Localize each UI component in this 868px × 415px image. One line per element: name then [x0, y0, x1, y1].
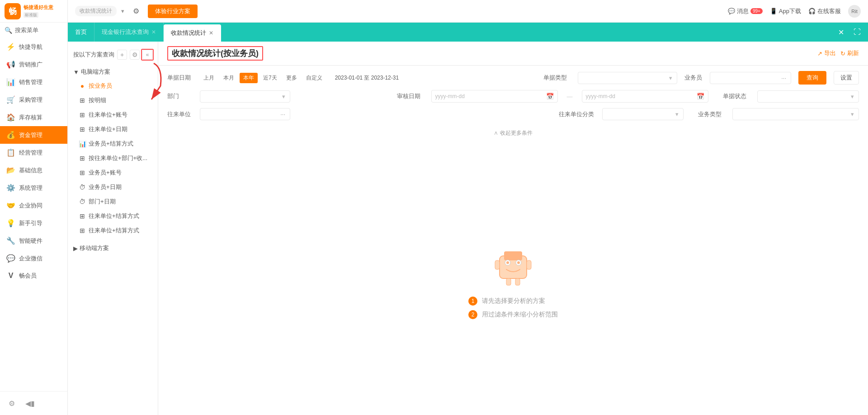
tab-close-all-btn[interactable]: ✕ — [835, 26, 847, 38]
basic-icon: 📂 — [6, 166, 15, 174]
app-download-btn[interactable]: 📱 App下载 — [770, 7, 801, 15]
trial-btn[interactable]: 体验行业方案 — [148, 5, 198, 18]
tab-bank-flow[interactable]: 现金银行流水查询 ✕ — [94, 23, 164, 42]
tab-collection-stats[interactable]: 收款情况统计 ✕ — [164, 24, 221, 42]
sidebar-item-operation[interactable]: 📋 经营管理 — [0, 144, 67, 161]
tab-bank-flow-close[interactable]: ✕ — [151, 29, 156, 35]
date-separator: — — [567, 93, 573, 100]
date-tab-custom[interactable]: 自定义 — [302, 73, 326, 83]
chevron-down-icon: ▼ — [73, 69, 79, 75]
scheme-item-by-salesperson[interactable]: ● 按业务员 — [68, 79, 158, 93]
scheme-item-partner-settlement-1[interactable]: ⊞ 往来单位+结算方式 — [68, 209, 158, 223]
export-btn[interactable]: ↗ 导出 — [817, 49, 836, 57]
panel-collapse-btn[interactable]: « — [142, 50, 152, 60]
sidebar-item-sales[interactable]: 📊 销售管理 — [0, 73, 67, 91]
sidebar-item-quick-nav[interactable]: ⚡ 快捷导航 — [0, 38, 67, 56]
member-icon: V — [6, 272, 15, 280]
user-avatar[interactable]: Rit — [848, 5, 861, 18]
sidebar-item-marketing[interactable]: 📢 营销推广 — [0, 56, 67, 73]
sidebar-item-basic[interactable]: 📂 基础信息 — [0, 161, 67, 179]
scheme-item-partner-settlement-2[interactable]: ⊞ 往来单位+结算方式 — [68, 223, 158, 238]
dept-select[interactable]: ▾ — [200, 90, 290, 103]
biz-type-select[interactable]: ▾ — [732, 108, 859, 120]
grid-icon-6: ⊞ — [79, 212, 86, 220]
review-date-start-input[interactable]: yyyy-mm-dd 📅 — [431, 90, 558, 103]
tab-maximize-btn[interactable]: ⛶ — [851, 26, 863, 38]
panel-add-btn[interactable]: + — [117, 50, 127, 60]
scheme-group-desktop-header[interactable]: ▼ 电脑端方案 — [68, 65, 158, 79]
date-tab-this-month[interactable]: 本月 — [220, 73, 238, 83]
header-breadcrumb: 收款情况统计 — [75, 6, 117, 16]
salesperson-label: 业务员 — [684, 74, 703, 82]
left-panel: 按以下方案查询 + ⚙ « ▼ 电脑端方案 ● 按业务员 — [68, 42, 158, 415]
review-date-end-input[interactable]: yyyy-mm-dd 📅 — [582, 90, 708, 103]
query-btn[interactable]: 查询 — [798, 71, 826, 85]
empty-step-1: 1 请先选择要分析的方案 — [468, 297, 558, 306]
settings-filter-btn[interactable]: 设置 — [834, 71, 859, 85]
doc-type-arrow-icon: ▾ — [669, 75, 672, 81]
date-tab-more[interactable]: 更多 — [283, 73, 301, 83]
partner-more-icon[interactable]: ··· — [280, 111, 285, 118]
scheme-item-dept-date[interactable]: ⏱ 部门+日期 — [68, 194, 158, 209]
bar-icon: 📊 — [79, 140, 86, 147]
sidebar-item-member[interactable]: V 畅会员 — [0, 267, 67, 284]
sidebar-item-purchase[interactable]: 🛒 采购管理 — [0, 91, 67, 108]
scheme-group-desktop: ▼ 电脑端方案 ● 按业务员 ⊞ 按明细 ⊞ 往来单位+账号 — [68, 63, 158, 240]
scheme-item-partner-account[interactable]: ⊞ 往来单位+账号 — [68, 108, 158, 122]
service-icon: 🎧 — [808, 8, 816, 14]
salesperson-select[interactable]: ··· — [710, 72, 791, 84]
empty-step-2: 2 用过滤条件来缩小分析范围 — [468, 310, 558, 319]
step-num-2: 2 — [468, 310, 477, 319]
doc-status-select[interactable]: ▾ — [757, 90, 859, 103]
grid-icon-3: ⊞ — [79, 126, 86, 133]
date-end-calendar-icon[interactable]: 📅 — [697, 93, 704, 100]
salesperson-more-icon[interactable]: ··· — [781, 75, 786, 81]
page-title: 收款情况统计(按业务员) — [167, 46, 263, 61]
sidebar-search[interactable]: 🔍 搜索菜单 — [0, 23, 67, 38]
sidebar-item-hardware[interactable]: 🔧 智能硬件 — [0, 232, 67, 250]
sidebar-item-guide[interactable]: 💡 新手引导 — [0, 214, 67, 232]
data-area: 1 请先选择要分析的方案 2 用过滤条件来缩小分析范围 — [158, 146, 868, 415]
filter-row-date: 单据日期 上月 本月 本年 近7天 更多 自定义 2023-01-01 至 20… — [167, 71, 859, 85]
sidebar-item-system[interactable]: ⚙️ 系统管理 — [0, 179, 67, 197]
sidebar-settings-btn[interactable]: ⚙ — [5, 396, 19, 410]
scheme-item-partner-date[interactable]: ⊞ 往来单位+日期 — [68, 122, 158, 137]
sidebar-item-enterprise[interactable]: 🤝 企业协同 — [0, 197, 67, 214]
filter-row-dept: 部门 ▾ 审核日期 yyyy-mm-dd 📅 — y — [167, 90, 859, 103]
online-service-btn[interactable]: 🎧 在线客服 — [808, 7, 841, 15]
breadcrumb-dropdown-icon[interactable]: ▾ — [121, 8, 124, 14]
scheme-group-mobile-header[interactable]: ▶ 移动端方案 — [68, 241, 158, 255]
sidebar-item-inventory[interactable]: 🏠 库存核算 — [0, 108, 67, 126]
refresh-btn[interactable]: ↻ 刷新 — [840, 49, 859, 57]
messages-btn[interactable]: 💬 消息 99+ — [728, 7, 763, 15]
header-settings-btn[interactable]: ⚙ — [129, 4, 143, 19]
date-tab-7days[interactable]: 近7天 — [259, 73, 281, 83]
tab-collection-stats-close[interactable]: ✕ — [209, 30, 213, 36]
scheme-item-partner-dept[interactable]: ⊞ 按往来单位+部门+收... — [68, 151, 158, 165]
guide-icon: 💡 — [6, 219, 15, 227]
doc-type-select[interactable]: ▾ — [578, 72, 677, 84]
sidebar-collapse-btn[interactable]: ◀▮ — [23, 396, 37, 410]
date-tab-last-month[interactable]: 上月 — [200, 73, 218, 83]
collapse-more-btn[interactable]: ∧ 收起更多条件 — [167, 126, 859, 141]
scheme-item-salesperson-date[interactable]: ⏱ 业务员+日期 — [68, 180, 158, 194]
date-start-calendar-icon[interactable]: 📅 — [546, 93, 554, 100]
svg-rect-8 — [506, 278, 511, 285]
tab-home[interactable]: 首页 — [68, 23, 94, 42]
scheme-item-detail[interactable]: ⊞ 按明细 — [68, 93, 158, 108]
biz-type-arrow-icon: ▾ — [851, 111, 854, 118]
svg-point-4 — [506, 261, 509, 264]
panel-settings-btn[interactable]: ⚙ — [130, 50, 140, 60]
logo-text: 畅捷通好生意 标准版 — [24, 4, 53, 18]
partner-category-select[interactable]: ▾ — [602, 108, 684, 120]
sidebar-item-finance[interactable]: 💰 资金管理 — [0, 126, 67, 144]
filter-row-partner: 往来单位 ··· 往来单位分类 ▾ 业务类型 — [167, 108, 859, 120]
partner-select[interactable]: ··· — [200, 108, 290, 120]
content-panel: 收款情况统计(按业务员) ↗ 导出 ↻ 刷新 — [158, 42, 868, 415]
date-range-display: 2023-01-01 至 2023-12-31 — [335, 74, 399, 82]
scheme-item-salesperson-account[interactable]: ⊞ 业务员+账号 — [68, 165, 158, 180]
scheme-item-salesperson-settlement[interactable]: 📊 业务员+结算方式 — [68, 137, 158, 151]
date-tab-this-year[interactable]: 本年 — [240, 73, 258, 83]
sidebar-item-wechat[interactable]: 💬 企业微信 — [0, 250, 67, 267]
svg-rect-9 — [515, 278, 520, 285]
